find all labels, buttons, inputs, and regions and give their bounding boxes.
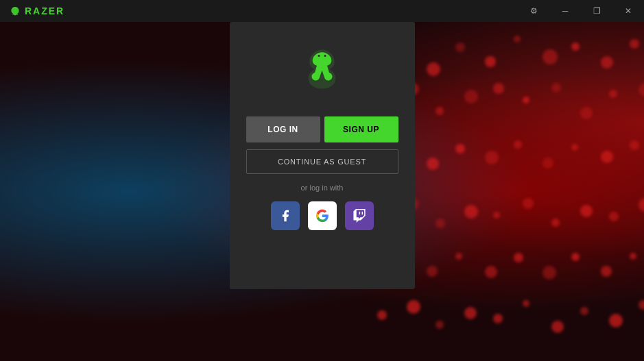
svg-point-0 (318, 55, 320, 57)
guest-button[interactable]: CONTINUE AS GUEST (246, 149, 398, 174)
settings-button[interactable]: ⚙ (518, 0, 549, 22)
or-label: or log in with (301, 184, 344, 192)
maximize-button[interactable]: ❐ (581, 0, 612, 22)
facebook-login-button[interactable] (271, 201, 300, 230)
login-button[interactable]: LOG IN (246, 116, 320, 142)
google-icon (315, 209, 329, 223)
minimize-button[interactable]: ─ (549, 0, 581, 22)
svg-point-1 (324, 55, 326, 57)
facebook-icon (278, 209, 292, 223)
twitch-login-button[interactable] (345, 201, 374, 230)
social-login-row (271, 201, 374, 230)
twitch-icon (353, 209, 366, 223)
login-modal: LOG IN SIGN UP CONTINUE AS GUEST or log … (230, 22, 415, 289)
window-controls: ⚙ ─ ❐ ✕ (518, 0, 644, 22)
modal-logo (295, 42, 350, 97)
auth-buttons-row: LOG IN SIGN UP (246, 116, 398, 142)
close-button[interactable]: ✕ (612, 0, 644, 22)
app-title: RAZER (25, 5, 64, 16)
razer-icon-small (10, 5, 21, 16)
app-logo: RAZER (0, 5, 64, 16)
razer-logo-icon (296, 45, 348, 96)
signup-button[interactable]: SIGN UP (324, 116, 398, 142)
google-login-button[interactable] (308, 201, 337, 230)
titlebar: RAZER ⚙ ─ ❐ ✕ (0, 0, 644, 22)
